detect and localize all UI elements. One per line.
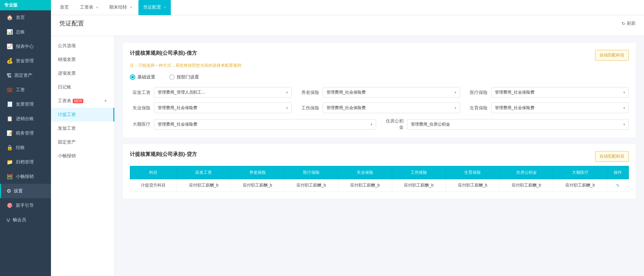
cell-unemployment: 应付职工薪酬_b	[338, 179, 392, 192]
right-content: 计提核算规则(公司承担)-借方 自动匹配科目 注：只能选择一种方式，系统将按照您…	[115, 36, 644, 276]
capital-icon: 💰	[7, 58, 13, 64]
cell-medical: 应付职工薪酬_b	[284, 179, 338, 192]
auto-match-debit-button[interactable]: 自动匹配科目	[595, 50, 629, 61]
sidebar-item-expense[interactable]: 🧮 小畅报销	[0, 169, 51, 184]
sidebar-item-report[interactable]: 📈 报表中心	[0, 39, 51, 54]
major-medical-select[interactable]: 管理费用_社会保险费 ▾	[154, 119, 376, 130]
wage-arrow-icon: ▾	[286, 91, 288, 94]
chevron-icon: ▼	[104, 99, 107, 103]
sidebar-item-tax[interactable]: 📝 税务管理	[0, 126, 51, 140]
edit-icon[interactable]: ✎	[616, 183, 620, 188]
radio-group: 基础设置 按部门设置	[130, 74, 629, 80]
cell-maternity: 应付职工薪酬_b	[446, 179, 499, 192]
sidebar: 专业版 🏠 首页 📊 总账 📈 报表中心 💰 资金管理 🏗 固定资产 💼 工资 …	[0, 0, 51, 276]
col-major-medical: 大额医疗	[553, 166, 607, 179]
unemployment-select[interactable]: 管理费用_社会保险费 ▾	[154, 103, 292, 113]
left-nav-journal[interactable]: 日记账	[51, 80, 114, 94]
sidebar-item-close[interactable]: 🔒 结账	[0, 140, 51, 155]
left-nav-expense[interactable]: 小畅报销	[51, 149, 114, 163]
sidebar-item-home[interactable]: 🏠 首页	[0, 10, 51, 25]
section-debit: 计提核算规则(公司承担)-借方 自动匹配科目 注：只能选择一种方式，系统将按照您…	[123, 43, 636, 137]
section1-notice: 注：只能选择一种方式，系统将按照您当前的选择来配置规则	[130, 63, 629, 68]
left-nav-fixed-asset[interactable]: 固定资产	[51, 135, 114, 149]
section1-title: 计提核算规则(公司承担)-借方	[130, 50, 197, 56]
medical-select[interactable]: 管理费用_社会保险费 ▾	[491, 87, 629, 98]
left-nav-calc-salary[interactable]: 计提工资	[51, 108, 114, 121]
injury-select[interactable]: 管理费用_社会保险费 ▾	[323, 103, 460, 113]
left-nav-payroll-table[interactable]: 工资表 NEW ▼	[51, 94, 114, 108]
tab-bar: 首页 工资表 × 期末结转 × 凭证配置 ×	[51, 0, 644, 15]
settings-icon: ⚙	[7, 188, 11, 194]
auto-match-credit-button[interactable]: 自动匹配科目	[595, 151, 629, 162]
tab-payroll[interactable]: 工资表 ×	[75, 0, 103, 15]
tab-home[interactable]: 首页	[55, 0, 74, 15]
left-nav-public[interactable]: 公共选项	[51, 39, 114, 53]
col-injury: 工伤保险	[392, 166, 446, 179]
unemployment-arrow-icon: ▾	[286, 106, 288, 110]
tab-payroll-close[interactable]: ×	[96, 5, 98, 9]
fixed-asset-icon: 🏗	[7, 73, 12, 78]
app-title: 专业版	[0, 0, 51, 10]
injury-arrow-icon: ▾	[455, 106, 456, 110]
radio-dept[interactable]: 按部门设置	[169, 74, 199, 80]
housing-fund-arrow-icon: ▾	[623, 123, 625, 126]
credit-table: 科目 应发工资 养老保险 医疗保险 失业保险 工伤保险 生育保险 住房公积金 大…	[130, 166, 629, 192]
tax-icon: 📝	[7, 130, 13, 136]
sidebar-item-purchase-sale[interactable]: 📋 进销台账	[0, 112, 51, 126]
salary-icon: 💼	[7, 87, 13, 93]
form-item-housing-fund: 住房公积金 管理费用_住房公积金 ▾	[383, 118, 629, 130]
sidebar-item-salary[interactable]: 💼 工资	[0, 83, 51, 97]
form-item-pension: 养老保险 管理费用_社会保险费 ▾	[299, 87, 460, 98]
col-maternity: 生育保险	[446, 166, 499, 179]
content-layout: 公共选项 销项发票 进项发票 日记账 工资表 NEW ▼ 计提工资 发放工资	[51, 36, 644, 276]
left-nav-pay-salary[interactable]: 发放工资	[51, 121, 114, 135]
sidebar-item-capital[interactable]: 💰 资金管理	[0, 54, 51, 68]
form-item-injury: 工伤保险 管理费用_社会保险费 ▾	[299, 103, 460, 113]
sidebar-item-ledger[interactable]: 📊 总账	[0, 25, 51, 39]
sidebar-item-member[interactable]: V 畅会员	[0, 213, 51, 227]
col-medical: 医疗保险	[284, 166, 338, 179]
expense-icon: 🧮	[7, 173, 13, 180]
tab-period-close[interactable]: 期末结转 ×	[104, 0, 137, 15]
tab-voucher-config[interactable]: 凭证配置 ×	[138, 0, 171, 15]
form-row-3: 大额医疗 管理费用_社会保险费 ▾ 住房公积金 管理费用_住房公积金 ▾	[130, 118, 629, 130]
sidebar-item-invoice[interactable]: 🧾 发票管理	[0, 97, 51, 112]
sidebar-item-settings[interactable]: ⚙ 设置	[0, 184, 51, 198]
sidebar-item-fixed-asset[interactable]: 🏗 固定资产	[0, 68, 51, 83]
wage-select[interactable]: 管理费用_管理人员职工薪酬 ▾	[154, 87, 292, 98]
archive-icon: 📁	[7, 159, 13, 165]
pension-arrow-icon: ▾	[455, 91, 456, 94]
cell-action[interactable]: ✎	[607, 179, 629, 192]
invoice-icon: 🧾	[7, 101, 13, 107]
maternity-arrow-icon: ▾	[623, 106, 625, 110]
maternity-select[interactable]: 管理费用_社会保险费 ▾	[491, 103, 629, 113]
refresh-icon: ↻	[622, 21, 625, 26]
left-nav-purchase-invoice[interactable]: 进项发票	[51, 66, 114, 80]
tab-period-close-close[interactable]: ×	[130, 5, 132, 9]
col-wage: 应发工资	[177, 166, 230, 179]
form-item-major-medical: 大额医疗 管理费用_社会保险费 ▾	[130, 118, 376, 130]
main-area: 首页 工资表 × 期末结转 × 凭证配置 × 凭证配置 ↻ 刷新 公共选项	[51, 0, 644, 276]
tab-voucher-config-close[interactable]: ×	[164, 5, 166, 9]
left-nav-sales-invoice[interactable]: 销项发票	[51, 53, 114, 66]
sidebar-item-guide[interactable]: 🎯 新手引导	[0, 198, 51, 213]
member-icon: V	[7, 217, 10, 223]
form-row-1: 应发工资 管理费用_管理人员职工薪酬 ▾ 养老保险 管理费用_社会保险费 ▾	[130, 87, 629, 98]
ledger-icon: 📊	[7, 29, 13, 35]
home-icon: 🏠	[7, 14, 13, 21]
left-nav: 公共选项 销项发票 进项发票 日记账 工资表 NEW ▼ 计提工资 发放工资	[51, 36, 115, 276]
cell-wage: 应付职工薪酬_b	[177, 179, 230, 192]
sidebar-item-archive[interactable]: 📁 归档管理	[0, 155, 51, 169]
new-badge: NEW	[73, 99, 83, 103]
major-medical-arrow-icon: ▾	[371, 123, 372, 126]
housing-fund-select[interactable]: 管理费用_住房公积金 ▾	[407, 119, 629, 130]
cell-major-medical: 应付职工薪酬_b	[553, 179, 607, 192]
radio-basic[interactable]: 基础设置	[130, 74, 155, 80]
page-header: 凭证配置 ↻ 刷新	[51, 15, 644, 36]
refresh-button[interactable]: ↻ 刷新	[622, 20, 636, 31]
pension-select[interactable]: 管理费用_社会保险费 ▾	[323, 87, 460, 98]
form-item-wage: 应发工资 管理费用_管理人员职工薪酬 ▾	[130, 87, 292, 98]
table-row: 计提贷方科目 应付职工薪酬_b 应付职工薪酬_b 应付职工薪酬_b 应付职工薪酬…	[130, 179, 629, 192]
col-unemployment: 失业保险	[338, 166, 392, 179]
col-housing: 住房公积金	[499, 166, 553, 179]
